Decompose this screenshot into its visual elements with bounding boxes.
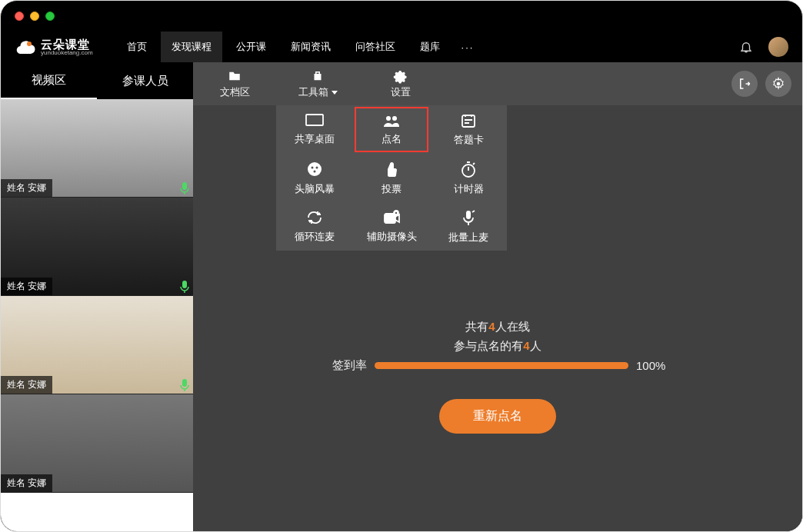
video-tile[interactable]: 姓名 安娜 bbox=[1, 198, 193, 296]
tool-roll-call[interactable]: 点名 bbox=[353, 105, 430, 154]
nav-more[interactable]: ··· bbox=[454, 33, 482, 62]
tab-attendees[interactable]: 参课人员 bbox=[97, 62, 193, 99]
svg-point-7 bbox=[392, 116, 397, 121]
nav-news[interactable]: 新闻资讯 bbox=[280, 32, 342, 62]
tab-toolbox[interactable]: 工具箱 bbox=[276, 62, 359, 105]
tab-toolbox-label: 工具箱 bbox=[298, 85, 338, 99]
brand-name: 云朵课堂 bbox=[41, 38, 93, 50]
folder-icon bbox=[226, 68, 243, 84]
close-window-dot[interactable] bbox=[15, 12, 24, 21]
settings-gear-button[interactable] bbox=[765, 71, 791, 97]
video-list[interactable]: 姓名 安娜 姓名 安娜 bbox=[1, 99, 193, 531]
svg-point-10 bbox=[312, 166, 314, 168]
sidebar-tabs: 视频区 参课人员 bbox=[1, 62, 193, 99]
signin-rate-pct: 100% bbox=[636, 359, 675, 372]
tab-settings[interactable]: 设置 bbox=[359, 62, 442, 105]
tool-label: 辅助摄像头 bbox=[367, 230, 417, 244]
svg-point-6 bbox=[386, 116, 391, 121]
caret-down-icon bbox=[332, 91, 338, 95]
tool-label: 计时器 bbox=[454, 182, 484, 196]
content-toolbar: 文档区 工具箱 设置 bbox=[193, 62, 802, 105]
svg-rect-1 bbox=[182, 182, 187, 190]
tool-label: 投票 bbox=[382, 182, 402, 196]
brainstorm-icon bbox=[306, 161, 323, 180]
batch-mic-icon bbox=[461, 209, 475, 228]
tool-label: 共享桌面 bbox=[295, 132, 335, 146]
tool-cycle-mic[interactable]: 循环连麦 bbox=[276, 202, 353, 251]
joined-line: 参与点名的有4人 bbox=[454, 339, 541, 354]
bell-icon[interactable] bbox=[739, 40, 753, 54]
tool-answer-card[interactable]: 答题卡 bbox=[430, 105, 507, 154]
tab-docs-label: 文档区 bbox=[220, 85, 250, 99]
content-area: 文档区 工具箱 设置 bbox=[193, 62, 802, 531]
svg-point-4 bbox=[777, 82, 781, 86]
svg-point-12 bbox=[314, 170, 316, 172]
content-toolbar-right bbox=[731, 71, 802, 97]
mic-on-icon[interactable] bbox=[179, 181, 190, 194]
video-tile-empty bbox=[1, 493, 193, 531]
tab-settings-label: 设置 bbox=[391, 85, 411, 99]
main-area: 视频区 参课人员 姓名 安娜 姓名 安娜 bbox=[1, 62, 802, 531]
signin-rate-row: 签到率 100% bbox=[321, 358, 675, 373]
nav-qa[interactable]: 问答社区 bbox=[345, 32, 406, 62]
nav-items: 首页 发现课程 公开课 新闻资讯 问答社区 题库 bbox=[116, 32, 451, 62]
svg-rect-16 bbox=[466, 211, 471, 219]
app-window: 云朵课堂 yunduoketang.com 首页 发现课程 公开课 新闻资讯 问… bbox=[0, 0, 803, 532]
maximize-window-dot[interactable] bbox=[45, 12, 55, 21]
video-tile[interactable]: 姓名 安娜 bbox=[1, 99, 193, 198]
top-nav: 云朵课堂 yunduoketang.com 首页 发现课程 公开课 新闻资讯 问… bbox=[1, 32, 802, 62]
nav-discover[interactable]: 发现课程 bbox=[161, 32, 222, 62]
svg-rect-14 bbox=[385, 214, 395, 223]
tool-aux-camera[interactable]: 辅助摄像头 bbox=[353, 202, 430, 251]
signin-rate-label: 签到率 bbox=[321, 358, 367, 373]
toolbox-popover: 共享桌面 点名 答题卡 头脑风暴 投票 bbox=[276, 105, 507, 251]
tab-video[interactable]: 视频区 bbox=[1, 62, 97, 99]
mic-on-icon[interactable] bbox=[179, 378, 190, 391]
video-tile[interactable]: 姓名 安娜 bbox=[1, 394, 193, 493]
tool-share-screen[interactable]: 共享桌面 bbox=[276, 105, 353, 154]
tool-label: 答题卡 bbox=[454, 133, 484, 147]
tool-label: 点名 bbox=[382, 132, 402, 146]
window-controls bbox=[15, 12, 55, 21]
aux-camera-icon bbox=[383, 210, 400, 228]
video-sidebar: 视频区 参课人员 姓名 安娜 姓名 安娜 bbox=[1, 62, 193, 531]
video-thumbnail bbox=[1, 493, 193, 531]
timer-icon bbox=[461, 161, 476, 180]
tab-docs[interactable]: 文档区 bbox=[193, 62, 276, 105]
participant-name: 姓名 安娜 bbox=[1, 376, 52, 394]
participant-name: 姓名 安娜 bbox=[1, 474, 52, 492]
tool-batch-mic[interactable]: 批量上麦 bbox=[430, 202, 507, 251]
nav-public[interactable]: 公开课 bbox=[225, 32, 277, 62]
cloud-icon bbox=[15, 38, 36, 55]
svg-point-11 bbox=[316, 166, 318, 168]
signin-rate-bar bbox=[375, 362, 628, 369]
share-screen-icon bbox=[305, 114, 324, 130]
svg-point-9 bbox=[308, 162, 322, 176]
mic-on-icon[interactable] bbox=[179, 280, 190, 292]
nav-home[interactable]: 首页 bbox=[116, 32, 158, 62]
answer-card-icon bbox=[461, 113, 476, 131]
online-line: 共有4人在线 bbox=[465, 320, 529, 334]
video-tile[interactable]: 姓名 安娜 bbox=[1, 296, 193, 394]
minimize-window-dot[interactable] bbox=[30, 12, 39, 21]
tool-vote[interactable]: 投票 bbox=[353, 154, 430, 202]
svg-rect-3 bbox=[182, 379, 187, 387]
user-avatar[interactable] bbox=[768, 37, 788, 57]
nav-bank[interactable]: 题库 bbox=[409, 32, 451, 62]
brand-domain: yunduoketang.com bbox=[41, 50, 93, 56]
roll-call-icon bbox=[382, 114, 401, 130]
svg-rect-8 bbox=[462, 115, 475, 127]
rollcall-stats: 共有4人在线 参与点名的有4人 签到率 100% 重新点名 bbox=[193, 320, 802, 434]
svg-rect-2 bbox=[182, 281, 187, 288]
restart-rollcall-button[interactable]: 重新点名 bbox=[439, 399, 556, 434]
tool-label: 头脑风暴 bbox=[295, 182, 335, 196]
exit-button[interactable] bbox=[731, 71, 758, 97]
svg-rect-5 bbox=[306, 115, 323, 125]
tool-brainstorm[interactable]: 头脑风暴 bbox=[276, 154, 353, 202]
tool-label: 循环连麦 bbox=[295, 230, 335, 244]
participant-name: 姓名 安娜 bbox=[1, 179, 52, 197]
tool-timer[interactable]: 计时器 bbox=[430, 154, 507, 202]
brand-logo[interactable]: 云朵课堂 yunduoketang.com bbox=[15, 38, 93, 56]
gear-icon bbox=[393, 68, 408, 84]
tool-label: 批量上麦 bbox=[448, 231, 488, 244]
